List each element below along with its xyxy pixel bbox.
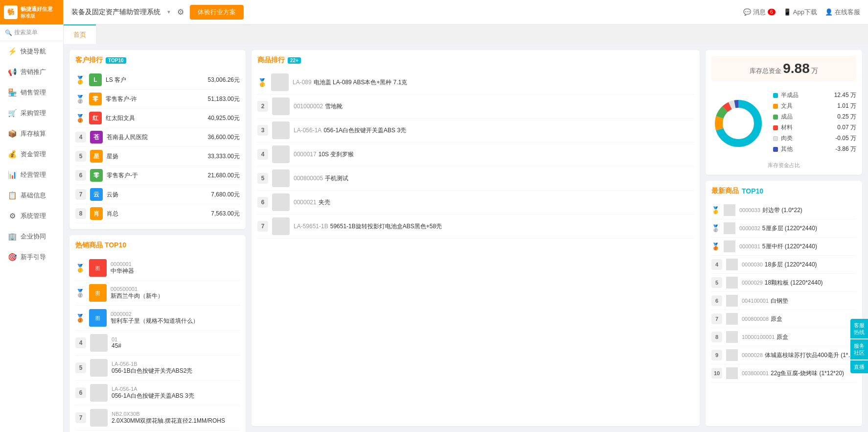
svg-text:图: 图 bbox=[95, 290, 100, 296]
message-group[interactable]: 💬 消息 6 bbox=[743, 8, 776, 17]
rank-item: 🥇 LA-089电池盖 LA-089 ABS本色+黑种 7.1克 bbox=[257, 71, 694, 95]
newest-products-title: 最新商品 TOP10 bbox=[711, 187, 856, 195]
product-image bbox=[272, 145, 290, 163]
new-product-image bbox=[726, 367, 738, 379]
new-product-image bbox=[726, 313, 738, 325]
inventory-card: 库存总资金 9.88 万 bbox=[706, 50, 862, 175]
trial-button[interactable]: 体验行业方案 bbox=[190, 5, 244, 20]
top-bar-actions: 💬 消息 6 📱 App下载 👤 在线客服 bbox=[743, 8, 860, 17]
float-btn-live[interactable]: 直播 bbox=[850, 360, 868, 373]
float-btn-hotline[interactable]: 客服热线 bbox=[850, 319, 868, 339]
new-product-item: 5 000002918颗粒板 (1220*2440) bbox=[711, 274, 856, 292]
sidebar-item-guide[interactable]: 🎯 新手引导 bbox=[0, 247, 63, 267]
quick-nav-icon: ⚡ bbox=[8, 47, 17, 56]
legend-dot bbox=[773, 125, 778, 130]
svg-rect-16 bbox=[272, 169, 290, 187]
product-item: 🥉 图 0000002 智利车子里（规格不知道填什么） bbox=[75, 306, 240, 331]
sidebar-item-purchase[interactable]: 🛒 采购管理 bbox=[0, 103, 63, 123]
svg-rect-8 bbox=[90, 384, 108, 402]
donut-container: 半成品 12.45 万 文具 1.01 万 成品 0.25 万 bbox=[711, 87, 856, 160]
donut-chart bbox=[711, 96, 765, 150]
enterprise-icon: 🏢 bbox=[8, 232, 17, 241]
svg-rect-13 bbox=[272, 97, 290, 115]
product-info: 0000002 智利车子里（规格不知道填什么） bbox=[111, 311, 240, 325]
top-bar: 装备及固定资产辅助管理系统 ▼ ⚙ 体验行业方案 💬 消息 6 📱 App下载 … bbox=[64, 0, 868, 24]
sidebar-item-basics[interactable]: 📋 基础信息 bbox=[0, 185, 63, 206]
sales-icon: 🏪 bbox=[8, 88, 17, 97]
sidebar-item-finance[interactable]: 💰 资金管理 bbox=[0, 144, 63, 165]
svg-rect-32 bbox=[726, 313, 738, 325]
svg-rect-28 bbox=[724, 240, 735, 252]
rank-item: 8 肖 肖总 7,563.00元 bbox=[75, 204, 240, 223]
marketing-icon: 📢 bbox=[8, 68, 17, 76]
sidebar-item-sales[interactable]: 🏪 销售管理 bbox=[0, 82, 63, 103]
medal-icon: 🥉 bbox=[75, 114, 85, 123]
rank-item: 7 云 云扬 7,680.00元 bbox=[75, 185, 240, 204]
hot-products-title: 热销商品 TOP10 bbox=[75, 241, 240, 250]
legend-dot bbox=[773, 93, 778, 98]
legend-item: 肉类 -0.05 万 bbox=[773, 134, 856, 143]
legend-dot bbox=[773, 136, 778, 141]
svg-rect-26 bbox=[724, 204, 735, 216]
new-product-item: 6 004100001白钢垫 bbox=[711, 292, 856, 310]
new-product-item: 🥈 00000325厘多层 (1220*2440) bbox=[711, 219, 856, 238]
rank-avatar: 星 bbox=[90, 150, 103, 163]
search-menu[interactable]: 🔍 搜索菜单 bbox=[0, 24, 63, 41]
rank-item: 4 苍 苍南县人民医院 36,600.00元 bbox=[75, 128, 240, 147]
sidebar-item-enterprise[interactable]: 🏢 企业协同 bbox=[0, 226, 63, 247]
rank-item: 5 星 星扬 33,333.00元 bbox=[75, 147, 240, 166]
float-btn-community[interactable]: 服务社区 bbox=[850, 339, 868, 360]
product-image bbox=[90, 384, 108, 402]
rank-number: 5 bbox=[75, 151, 86, 162]
rank-number: 6 bbox=[75, 170, 86, 181]
customer-ranking-card: 客户排行 TOP10 🥇 L LS 客户 53,006.26元 🥈 零 零售客户… bbox=[69, 50, 246, 229]
newest-products-card: 最新商品 TOP10 🥇 0000033封边带 (1.0*22) 🥈 00000… bbox=[706, 181, 862, 426]
product-info: LA-056-1A 056-1A白色按键开关盖ABS 3壳 bbox=[112, 386, 240, 400]
sidebar-item-marketing[interactable]: 📢 营销推广 bbox=[0, 62, 63, 82]
dropdown-arrow-icon[interactable]: ▼ bbox=[166, 9, 171, 15]
legend-item: 其他 -3.86 万 bbox=[773, 145, 856, 153]
svg-rect-18 bbox=[272, 217, 290, 235]
medal-icon: 🥇 bbox=[75, 75, 85, 85]
legend-list: 半成品 12.45 万 文具 1.01 万 成品 0.25 万 bbox=[773, 91, 856, 156]
product-image bbox=[90, 334, 108, 352]
settings-icon[interactable]: ⚙ bbox=[177, 7, 184, 17]
medal-icon: 🥈 bbox=[711, 224, 720, 232]
guide-icon: 🎯 bbox=[8, 253, 17, 262]
product-info: LA-056-1B 056-1B白色按键开关壳ABS2壳 bbox=[112, 361, 240, 375]
search-icon: 🔍 bbox=[5, 29, 12, 36]
rank-item: 4 000001710S 变刹罗猴 bbox=[257, 143, 694, 167]
medal-icon: 🥇 bbox=[75, 264, 85, 273]
rank-item: 3 LA-056-1A056-1A白色按键开关盖ABS 3壳 bbox=[257, 119, 694, 143]
svg-text:图: 图 bbox=[95, 315, 100, 321]
rank-item: 🥈 零 零售客户-许 51,183.00元 bbox=[75, 90, 240, 109]
product-item: 🥇 图 0000001 中华神器 bbox=[75, 256, 240, 281]
tab-home[interactable]: 首页 bbox=[64, 24, 96, 44]
app-download-group[interactable]: 📱 App下载 bbox=[783, 8, 817, 17]
service-group[interactable]: 👤 在线客服 bbox=[825, 8, 860, 17]
main-area: 装备及固定资产辅助管理系统 ▼ ⚙ 体验行业方案 💬 消息 6 📱 App下载 … bbox=[64, 0, 868, 432]
sidebar-item-operations[interactable]: 📊 经营管理 bbox=[0, 165, 63, 185]
product-info: 0000001 中华神器 bbox=[111, 261, 240, 275]
rank-avatar: 苍 bbox=[90, 131, 103, 144]
rank-item: 6 零 零售客户-于 21,680.00元 bbox=[75, 166, 240, 185]
rank-avatar: 肖 bbox=[90, 207, 103, 220]
sidebar-item-quick-nav[interactable]: ⚡ 快捷导航 bbox=[0, 41, 63, 62]
product-item: 🥈 图 000500001 新西兰牛肉（新牛） bbox=[75, 281, 240, 306]
sidebar-item-inventory[interactable]: 📦 库存核算 bbox=[0, 123, 63, 144]
new-product-item: 🥉 00000315厘中纤 (1220*2440) bbox=[711, 238, 856, 256]
inventory-total: 库存总资金 9.88 万 bbox=[711, 56, 856, 81]
rank-avatar: 红 bbox=[89, 112, 102, 124]
left-column: 客户排行 TOP10 🥇 L LS 客户 53,006.26元 🥈 零 零售客户… bbox=[69, 50, 246, 426]
sidebar-logo: 畅 畅捷通好生意 标准版 bbox=[0, 0, 63, 24]
hot-products-card: 热销商品 TOP10 🥇 图 0000001 中华神器 🥈 图 bbox=[69, 235, 246, 432]
medal-icon: 🥉 bbox=[75, 313, 85, 323]
sidebar-item-system[interactable]: ⚙ 系统管理 bbox=[0, 206, 63, 226]
svg-rect-33 bbox=[726, 331, 738, 343]
rank-avatar: L bbox=[89, 73, 102, 86]
product-item: 5 LA-056-1B 056-1B白色按键开关壳ABS2壳 bbox=[75, 356, 240, 381]
float-buttons: 客服热线 服务社区 直播 bbox=[850, 319, 868, 373]
legend-dot bbox=[773, 104, 778, 109]
finance-icon: 💰 bbox=[8, 150, 17, 159]
message-icon: 💬 bbox=[743, 8, 751, 16]
